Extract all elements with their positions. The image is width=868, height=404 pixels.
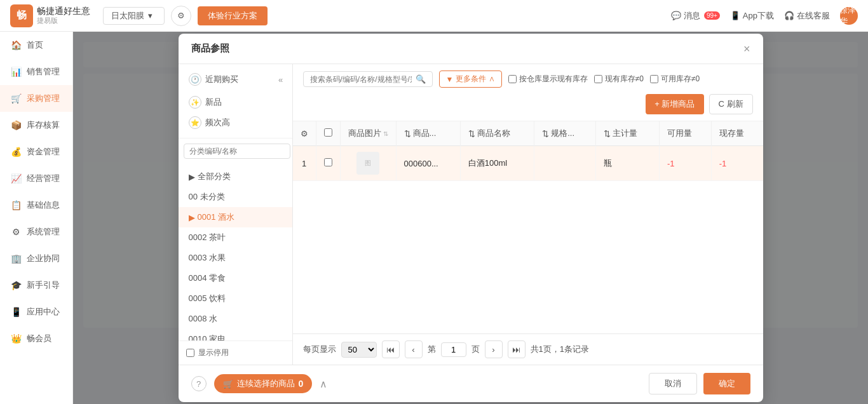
warehouse-stock-label: 按仓库显示现有库存 <box>519 74 588 84</box>
category-fruit[interactable]: 0003 水果 <box>179 248 292 268</box>
row-checkbox[interactable] <box>324 158 332 166</box>
current-stock-checkbox[interactable] <box>594 75 602 83</box>
select-all-checkbox[interactable] <box>324 128 332 137</box>
product-reference-modal: 商品参照 × 🕐 近期购买 « <box>179 34 763 402</box>
user-name: 徐泽华 <box>840 5 858 27</box>
sidebar-label-operations: 经营管理 <box>27 173 60 184</box>
available-stock-checkbox[interactable] <box>650 75 658 83</box>
filter-icon: ▼ <box>446 75 454 84</box>
product-search-input[interactable] <box>310 75 412 84</box>
headset-icon: 🎧 <box>784 11 794 20</box>
th-settings[interactable]: ⚙ <box>293 121 316 146</box>
quick-link-new-label: 新品 <box>205 97 222 108</box>
right-panel: 🔍 ▼ 更多条件 ∧ 按仓库显示现有库存 <box>293 64 763 365</box>
th-code-sort-icon: ⇅ <box>404 129 411 138</box>
toolbar-right: + 新增商品 C 刷新 <box>646 94 752 114</box>
new-product-icon: ✨ <box>189 96 201 109</box>
category-snacks[interactable]: 0004 零食 <box>179 268 292 288</box>
modal-close-button[interactable]: × <box>743 43 750 55</box>
cancel-button[interactable]: 取消 <box>649 373 697 394</box>
user-avatar[interactable]: 徐泽华 <box>840 7 858 25</box>
row-image-cell: 图 <box>340 146 396 181</box>
sidebar-item-apps[interactable]: 📱 应用中心 <box>0 299 72 325</box>
app-download-item[interactable]: 📱 App下载 <box>730 10 774 22</box>
category-appliances-label: 0010 家电 <box>189 333 226 340</box>
sidebar-item-basic[interactable]: 📋 基础信息 <box>0 192 72 219</box>
quick-link-recent[interactable]: 🕐 近期购买 <box>184 69 243 90</box>
category-all[interactable]: ▶ 全部分类 <box>179 166 292 187</box>
sidebar-item-finance[interactable]: 💰 资金管理 <box>0 138 72 165</box>
page-size-select[interactable]: 10 20 50 100 <box>341 342 377 358</box>
category-alcohol[interactable]: ▶ 0001 酒水 <box>179 207 292 227</box>
sidebar-item-guide[interactable]: 🎓 新手引导 <box>0 272 72 299</box>
category-search-input[interactable] <box>184 144 290 159</box>
category-tea[interactable]: 0002 茶叶 <box>179 227 292 248</box>
sidebar-item-purchase[interactable]: 🛒 采购管理 <box>0 85 72 112</box>
help-icon[interactable]: ? <box>191 376 207 391</box>
sidebar-label-system: 系统管理 <box>27 226 60 238</box>
message-icon: 💬 <box>671 11 681 20</box>
th-code: ⇅ 商品... <box>396 121 460 146</box>
show-disabled-checkbox[interactable] <box>186 349 194 357</box>
sidebar-label-enterprise: 企业协同 <box>27 253 60 264</box>
category-tea-label: 0002 茶叶 <box>189 232 226 243</box>
category-snacks-label: 0004 零食 <box>189 273 226 284</box>
th-unit-sort-icon: ⇅ <box>604 129 611 138</box>
sidebar-label-basic: 基础信息 <box>27 199 60 211</box>
category-appliances[interactable]: 0010 家电 <box>179 329 292 340</box>
gear-button[interactable]: ⚙ <box>171 6 191 26</box>
guide-icon: 🎓 <box>10 279 22 291</box>
online-service-label: 在线客服 <box>797 10 830 22</box>
last-page-button[interactable]: ⏭ <box>508 340 526 358</box>
current-stock-label: 现有库存≠0 <box>605 74 644 84</box>
quick-link-frequent[interactable]: ⭐ 频次高 <box>184 112 287 133</box>
sidebar-item-system[interactable]: ⚙ 系统管理 <box>0 219 72 245</box>
sidebar-item-inventory[interactable]: 📦 库存核算 <box>0 112 72 138</box>
first-page-button[interactable]: ⏮ <box>382 340 400 358</box>
add-product-button[interactable]: + 新增商品 <box>646 94 703 114</box>
page-label: 第 <box>428 344 436 355</box>
quick-link-frequent-label: 频次高 <box>205 117 230 128</box>
notification-item[interactable]: 💬 消息 99+ <box>671 10 720 22</box>
next-page-button[interactable]: › <box>485 340 503 358</box>
current-stock-checkbox-group[interactable]: 现有库存≠0 <box>594 74 644 84</box>
collapse-panel-button[interactable]: « <box>275 73 287 86</box>
sidebar-item-home[interactable]: 🏠 首页 <box>0 32 72 58</box>
th-stock-label: 现存量 <box>719 128 744 139</box>
row-code: 000600... <box>396 146 460 181</box>
store-selector[interactable]: 日太阳膜 ▾ <box>103 7 165 25</box>
sidebar-item-sales[interactable]: 📊 销售管理 <box>0 58 72 85</box>
collapse-footer-button[interactable]: ∧ <box>320 378 327 390</box>
category-drinks-label: 0005 饮料 <box>189 293 226 304</box>
sidebar-item-member[interactable]: 👑 畅会员 <box>0 325 72 352</box>
row-checkbox-cell[interactable] <box>316 146 340 181</box>
logo-sub: 捷易版 <box>37 16 90 25</box>
sidebar-item-enterprise[interactable]: 🏢 企业协同 <box>0 245 72 272</box>
sidebar-label-home: 首页 <box>27 39 43 51</box>
category-uncategorized[interactable]: 00 未分类 <box>179 187 292 207</box>
category-all-label: 全部分类 <box>198 171 231 182</box>
quick-link-new[interactable]: ✨ 新品 <box>184 92 287 112</box>
table-row[interactable]: 1 图 000600... 白酒100ml <box>293 146 763 181</box>
total-info: 共1页，1条记录 <box>531 344 589 355</box>
sidebar-label-guide: 新手引导 <box>27 279 60 291</box>
page-number-input[interactable] <box>441 342 466 357</box>
available-stock-checkbox-group[interactable]: 可用库存≠0 <box>650 74 700 84</box>
trial-button[interactable]: 体验行业方案 <box>198 6 268 25</box>
sidebar-item-operations[interactable]: 📈 经营管理 <box>0 165 72 192</box>
prev-page-button[interactable]: ‹ <box>405 340 423 358</box>
row-unit: 瓶 <box>596 146 660 181</box>
more-filters-button[interactable]: ▼ 更多条件 ∧ <box>439 71 502 88</box>
confirm-button[interactable]: 确定 <box>703 373 750 394</box>
quick-link-recent-label: 近期购买 <box>205 74 238 85</box>
category-water[interactable]: 0008 水 <box>179 309 292 329</box>
category-drinks[interactable]: 0005 饮料 <box>179 288 292 309</box>
modal-body: 🕐 近期购买 « ✨ 新品 ⭐ 频次高 <box>179 64 763 365</box>
search-icon[interactable]: 🔍 <box>416 74 426 84</box>
online-service-item[interactable]: 🎧 在线客服 <box>784 10 830 22</box>
cart-area[interactable]: 🛒 连续选择的商品 0 <box>214 374 313 393</box>
warehouse-stock-checkbox-group[interactable]: 按仓库显示现有库存 <box>508 74 588 84</box>
refresh-button[interactable]: C 刷新 <box>709 94 753 114</box>
available-stock-label: 可用库存≠0 <box>661 74 700 84</box>
warehouse-stock-checkbox[interactable] <box>508 75 517 83</box>
